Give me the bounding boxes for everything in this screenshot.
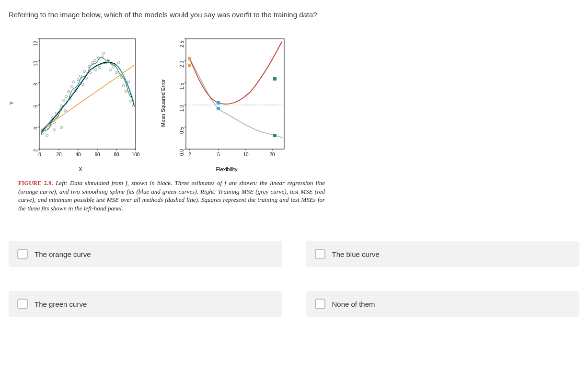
svg-text:10: 10 <box>243 152 249 157</box>
left-y-axis-label: Y <box>9 101 14 104</box>
right-y-axis-label: Mean Squared Error <box>160 79 166 127</box>
svg-text:2: 2 <box>33 149 38 152</box>
svg-text:4: 4 <box>33 127 38 130</box>
svg-point-36 <box>63 99 65 102</box>
svg-point-38 <box>65 95 68 98</box>
svg-text:2.5: 2.5 <box>179 41 184 47</box>
svg-text:100: 100 <box>132 152 140 157</box>
answer-grid: The orange curve The blue curve The gree… <box>9 241 579 317</box>
figure-container: Y 2 4 6 8 10 12 <box>18 34 579 212</box>
svg-point-41 <box>71 86 73 88</box>
svg-text:10: 10 <box>33 61 38 67</box>
right-chart-svg: 0.0 0.5 1.0 1.5 2.0 2.5 2 <box>162 34 291 163</box>
left-chart-svg: 2 4 6 8 10 12 0 20 <box>18 34 143 163</box>
svg-rect-73 <box>186 39 284 149</box>
svg-point-62 <box>115 71 118 74</box>
question-prompt: Referring to the image below, which of t… <box>9 10 579 20</box>
right-x-axis-label: Flexibility <box>162 166 291 172</box>
svg-rect-98 <box>217 101 220 104</box>
svg-text:80: 80 <box>114 152 119 157</box>
svg-text:2: 2 <box>188 152 191 157</box>
svg-point-70 <box>53 129 56 131</box>
svg-text:1.5: 1.5 <box>179 83 184 90</box>
svg-text:6: 6 <box>33 105 38 108</box>
svg-point-66 <box>125 91 127 93</box>
svg-text:8: 8 <box>33 83 38 86</box>
answer-option-orange[interactable]: The orange curve <box>9 241 282 267</box>
answer-label: The orange curve <box>35 250 91 258</box>
svg-point-68 <box>130 100 132 103</box>
figure-caption: FIGURE 2.9. Left: Data simulated from f,… <box>18 179 325 212</box>
svg-text:0: 0 <box>38 152 41 157</box>
right-chart: Mean Squared Error 0.0 0.5 1.0 1.5 2.0 2… <box>162 34 291 172</box>
answer-option-none[interactable]: None of them <box>306 291 580 317</box>
svg-text:1.0: 1.0 <box>179 105 184 112</box>
svg-rect-97 <box>217 107 220 110</box>
svg-point-39 <box>68 91 70 93</box>
svg-text:0.5: 0.5 <box>179 127 184 134</box>
svg-text:20: 20 <box>269 152 275 157</box>
svg-point-61 <box>112 66 115 68</box>
checkbox-icon[interactable] <box>315 299 325 309</box>
svg-point-57 <box>103 52 105 55</box>
left-x-axis-label: X <box>18 166 143 172</box>
svg-point-45 <box>80 75 82 78</box>
svg-point-52 <box>94 59 96 62</box>
answer-label: The green curve <box>35 300 87 308</box>
svg-point-47 <box>83 70 86 73</box>
svg-point-51 <box>92 62 94 64</box>
svg-point-46 <box>82 83 84 86</box>
svg-text:20: 20 <box>56 152 62 157</box>
answer-label: None of them <box>332 300 375 308</box>
svg-point-27 <box>46 135 48 137</box>
figure-label: FIGURE 2.9. <box>18 180 53 186</box>
svg-text:0.0: 0.0 <box>179 149 184 156</box>
answer-option-blue[interactable]: The blue curve <box>306 241 580 267</box>
svg-point-65 <box>123 85 125 87</box>
svg-point-44 <box>77 79 80 81</box>
svg-point-67 <box>127 81 130 83</box>
svg-point-55 <box>99 67 101 69</box>
svg-rect-96 <box>188 64 191 67</box>
svg-point-60 <box>109 69 112 71</box>
svg-point-63 <box>118 62 120 64</box>
checkbox-icon[interactable] <box>17 299 28 309</box>
figure-caption-text: Left: Data simulated from f, shown in bl… <box>18 179 325 212</box>
svg-point-71 <box>60 127 63 129</box>
svg-text:5: 5 <box>217 152 220 157</box>
svg-text:40: 40 <box>75 152 81 157</box>
svg-text:12: 12 <box>33 41 38 46</box>
left-chart: Y 2 4 6 8 10 12 <box>18 34 143 172</box>
svg-text:2.0: 2.0 <box>179 61 184 68</box>
svg-rect-99 <box>273 134 277 137</box>
answer-label: The blue curve <box>332 250 380 258</box>
svg-rect-0 <box>40 39 136 149</box>
svg-rect-100 <box>273 77 277 81</box>
charts-row: Y 2 4 6 8 10 12 <box>18 34 579 172</box>
svg-point-42 <box>72 81 75 83</box>
svg-point-53 <box>95 69 97 71</box>
svg-rect-95 <box>188 57 191 60</box>
svg-text:60: 60 <box>94 152 100 157</box>
answer-option-green[interactable]: The green curve <box>9 291 282 317</box>
checkbox-icon[interactable] <box>17 249 28 259</box>
svg-point-37 <box>64 110 67 112</box>
checkbox-icon[interactable] <box>315 249 325 259</box>
